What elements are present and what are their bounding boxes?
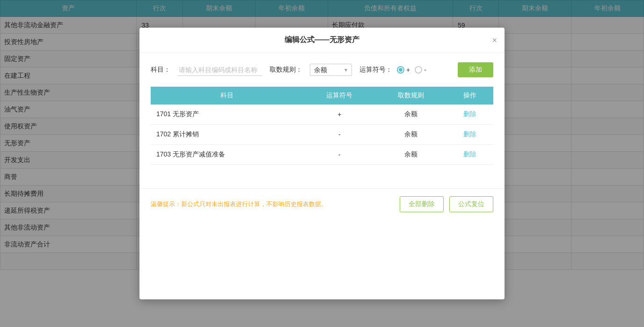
modal-title: 编辑公式——无形资产 — [285, 36, 359, 44]
cell-action: 删除 — [447, 104, 493, 125]
th-operator: 运算符号 — [304, 87, 375, 104]
formula-table-header-row: 科目 运算符号 取数规则 操作 — [151, 87, 493, 104]
th-action: 操作 — [447, 87, 493, 104]
radio-minus-indicator — [415, 66, 422, 74]
modal-overlay: 编辑公式——无形资产 × 科目： 取数规则： 余额 借方发生额 贷方发生额 ▼ — [0, 0, 644, 327]
cell-subject: 1702 累计摊销 — [151, 125, 304, 145]
th-subject: 科目 — [151, 87, 304, 104]
subject-input[interactable] — [178, 64, 262, 76]
delete-row-button[interactable]: 删除 — [463, 130, 476, 138]
rule-select-wrapper: 余额 借方发生额 贷方发生额 ▼ — [310, 64, 352, 76]
edit-formula-modal: 编辑公式——无形资产 × 科目： 取数规则： 余额 借方发生额 贷方发生额 ▼ — [139, 28, 505, 299]
rule-label: 取数规则： — [270, 66, 302, 74]
operator-minus-label: - — [424, 66, 426, 74]
reset-formula-button[interactable]: 公式复位 — [449, 196, 493, 212]
delete-all-button[interactable]: 全部删除 — [400, 196, 444, 212]
operator-plus-radio[interactable]: + — [397, 66, 410, 74]
rule-select[interactable]: 余额 借方发生额 贷方发生额 — [310, 64, 352, 76]
formula-table-row: 1703 无形资产减值准备-余额删除 — [151, 145, 493, 165]
modal-body: 科目： 取数规则： 余额 借方发生额 贷方发生额 ▼ 运算符号： + — [139, 53, 505, 184]
th-rule: 取数规则 — [375, 87, 447, 104]
cell-action: 删除 — [447, 145, 493, 165]
formula-form-row: 科目： 取数规则： 余额 借方发生额 贷方发生额 ▼ 运算符号： + — [151, 62, 493, 77]
cell-operator: - — [304, 145, 375, 165]
operator-group: 运算符号： + - — [359, 66, 426, 74]
formula-table-row: 1702 累计摊销-余额删除 — [151, 125, 493, 145]
formula-table-body: 1701 无形资产+余额删除1702 累计摊销-余额删除1703 无形资产减值准… — [151, 104, 493, 165]
cell-rule: 余额 — [375, 145, 447, 165]
modal-header: 编辑公式——无形资产 × — [139, 28, 505, 53]
hint-text: 温馨提示：新公式只对未出报表进行计算，不影响历史报表数据。 — [151, 200, 327, 208]
radio-plus-indicator — [397, 66, 404, 74]
cell-subject: 1701 无形资产 — [151, 104, 304, 125]
operator-minus-radio[interactable]: - — [415, 66, 426, 74]
add-button[interactable]: 添加 — [458, 62, 493, 77]
delete-row-button[interactable]: 删除 — [463, 150, 476, 158]
delete-row-button[interactable]: 删除 — [463, 110, 476, 118]
subject-label: 科目： — [151, 66, 170, 74]
operator-label: 运算符号： — [359, 66, 392, 74]
cell-operator: - — [304, 125, 375, 145]
formula-table: 科目 运算符号 取数规则 操作 1701 无形资产+余额删除1702 累计摊销-… — [151, 87, 493, 165]
formula-table-row: 1701 无形资产+余额删除 — [151, 104, 493, 125]
footer-buttons: 全部删除 公式复位 — [400, 196, 493, 212]
cell-rule: 余额 — [375, 125, 447, 145]
modal-close-button[interactable]: × — [492, 36, 497, 45]
cell-rule: 余额 — [375, 104, 447, 125]
cell-operator: + — [304, 104, 375, 125]
operator-plus-label: + — [406, 66, 410, 74]
cell-subject: 1703 无形资产减值准备 — [151, 145, 304, 165]
modal-footer: 温馨提示：新公式只对未出报表进行计算，不影响历史报表数据。 全部删除 公式复位 — [139, 188, 505, 222]
formula-table-head: 科目 运算符号 取数规则 操作 — [151, 87, 493, 104]
cell-action: 删除 — [447, 125, 493, 145]
